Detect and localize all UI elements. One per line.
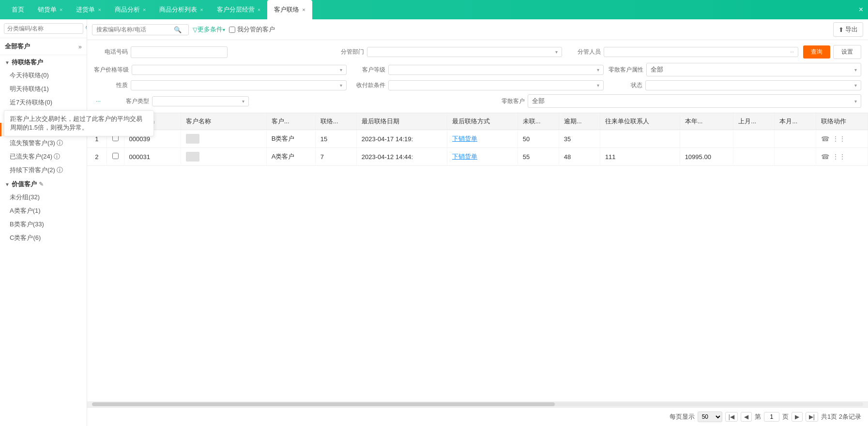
col-last-month-header: 上月... (733, 113, 775, 130)
sidebar-search-input[interactable] (4, 23, 83, 34)
filter-customer-type: 客户类型 ▾ (115, 96, 486, 106)
settings-button[interactable]: 设置 (833, 45, 861, 59)
row-last-month (733, 130, 775, 148)
last-page-button[interactable]: ▶| (806, 412, 818, 422)
per-page-select[interactable]: 50 10 20 100 (698, 411, 722, 422)
filter-gender: 性质 ▾ (94, 80, 347, 90)
horizontal-scrollbar[interactable] (87, 401, 868, 407)
my-customers-checkbox-wrap[interactable]: 我分管的客户 (229, 25, 275, 34)
contact-icon[interactable]: ☎ (821, 153, 829, 161)
customer-type-select[interactable]: ▾ (152, 96, 249, 106)
search-input[interactable] (96, 26, 174, 33)
close-icon[interactable]: × (200, 7, 203, 13)
price-level-select[interactable]: ▾ (132, 65, 347, 75)
sidebar-item-today[interactable]: 今天待联络(0) (0, 69, 87, 82)
nav-tab-product-list[interactable]: 商品分析列表 × (152, 0, 210, 19)
search-icon[interactable]: 🔍 (174, 26, 182, 33)
sidebar-item-c-class[interactable]: C类客户(6) (0, 231, 87, 245)
sidebar-item-tomorrow[interactable]: 明天待联络(1) (0, 82, 87, 96)
manager-select[interactable]: ··· (604, 47, 798, 57)
more-action-icon[interactable]: ⋮⋮ (832, 153, 846, 161)
sidebar-item-continuous-down[interactable]: 持续下滑客户(2) ⓘ (0, 163, 87, 177)
retail-customer-select[interactable]: 全部 ▾ (528, 94, 862, 108)
sidebar-item-lost-preview[interactable]: 流失预警客户(3) ⓘ (0, 136, 87, 150)
close-icon[interactable]: × (60, 7, 62, 13)
row-contact-count: 15 (315, 130, 356, 148)
row-this-month (775, 130, 816, 148)
nav-tab-customer-contact[interactable]: 客户联络 × (267, 0, 312, 19)
action-icons: ☎ ⋮⋮ (821, 135, 863, 143)
sidebar-item-a-class[interactable]: A类客户(1) (0, 204, 87, 218)
my-customers-checkbox[interactable] (229, 27, 235, 33)
filter-actions: 查询 设置 (803, 45, 861, 59)
nav-tab-sales[interactable]: 销货单 × (31, 0, 69, 19)
more-conditions-button[interactable]: ▽ 更多条件 ▾ (193, 25, 225, 34)
close-icon[interactable]: × (143, 7, 146, 13)
first-page-button[interactable]: |◀ (725, 412, 738, 422)
row-num: 2 (87, 148, 107, 166)
close-icon[interactable]: × (302, 7, 305, 13)
prev-page-button[interactable]: ◀ (741, 412, 752, 422)
row-checkbox[interactable] (112, 153, 119, 159)
close-icon[interactable]: × (258, 7, 260, 13)
last-contact-method-link[interactable]: 下销货单 (452, 135, 477, 142)
scrollbar-thumb (92, 402, 555, 406)
row-last-contact-method: 下销货单 (447, 130, 518, 148)
col-uncontact-header: 未联... (518, 113, 559, 130)
page-input[interactable] (764, 412, 779, 422)
retail-attr-select[interactable]: 全部 ▾ (646, 63, 861, 76)
more-dots-button[interactable]: ··· (96, 98, 101, 104)
row-customer-type: A类客户 (266, 148, 315, 166)
nav-tab-customer-tier[interactable]: 客户分层经营 × (210, 0, 267, 19)
sidebar-item-b-class[interactable]: B类客户(33) (0, 218, 87, 231)
dept-select[interactable]: ▾ (367, 47, 562, 57)
edit-icon[interactable]: ✎ (39, 181, 44, 188)
nav-tab-home[interactable]: 首页 (5, 0, 31, 19)
row-last-month (733, 148, 775, 166)
nav-tab-purchase[interactable]: 进货单 × (69, 0, 107, 19)
status-select[interactable]: ▾ (645, 80, 861, 90)
sidebar-item-7days[interactable]: 近7天待联络(0) (0, 96, 87, 109)
page-label: 第 (755, 412, 761, 421)
nav-tab-product-analysis[interactable]: 商品分析 × (108, 0, 152, 19)
content-area: 🔍 ▽ 更多条件 ▾ 我分管的客户 ⬆ 导出 电话号码 (87, 19, 868, 426)
close-icon[interactable]: × (98, 7, 101, 13)
row-this-year: 10995.00 (680, 148, 733, 166)
next-page-button[interactable]: ▶ (792, 412, 803, 422)
chevron-down-icon: ▾ (555, 49, 558, 55)
chevron-down-icon: ▾ (223, 27, 225, 32)
export-icon: ⬆ (838, 26, 844, 33)
export-button[interactable]: ⬆ 导出 (833, 22, 863, 37)
price-level-label: 客户价格等级 (94, 66, 129, 74)
last-contact-method-link[interactable]: 下销货单 (452, 153, 477, 160)
phone-input[interactable] (131, 46, 228, 58)
more-action-icon[interactable]: ⋮⋮ (832, 135, 846, 143)
payment-label: 收付款条件 (351, 81, 385, 89)
gender-select[interactable]: ▾ (131, 80, 347, 90)
filter-row-3: 性质 ▾ 收付款条件 ▾ 状态 (94, 80, 861, 90)
filter-row-4: ··· 客户类型 ▾ 零散客户 全部 ▾ (94, 94, 861, 108)
sidebar-pending-section[interactable]: ▼ 待联络客户 (0, 55, 87, 69)
filter-retail-customer: 零散客户 全部 ▾ (491, 94, 862, 108)
sidebar-value-section[interactable]: ▼ 价值客户 ✎ (0, 177, 87, 191)
contact-icon[interactable]: ☎ (821, 135, 829, 143)
filter-retail-attr: 零散客户属性 全部 ▾ (609, 63, 861, 76)
query-button[interactable]: 查询 (803, 45, 830, 59)
row-check (107, 148, 124, 166)
payment-select[interactable]: ▾ (388, 80, 604, 90)
row-name (181, 148, 267, 166)
nav-close-button[interactable]: × (859, 5, 863, 14)
filter-icon: ▽ (193, 26, 198, 33)
sidebar-item-already-lost[interactable]: 已流失客户(24) ⓘ (0, 150, 87, 163)
phone-label: 电话号码 (94, 48, 128, 56)
filter-payment: 收付款条件 ▾ (351, 80, 604, 90)
toolbar: 🔍 ▽ 更多条件 ▾ 我分管的客户 ⬆ 导出 (87, 19, 868, 40)
chevron-down-icon: ▾ (854, 67, 857, 73)
col-this-month-header: 本月... (775, 113, 816, 130)
status-label: 状态 (609, 81, 642, 89)
row-code: 000031 (124, 148, 181, 166)
filter-area: 电话号码 分管部门 ▾ 分管人员 ··· (87, 40, 868, 113)
sidebar-collapse-button[interactable]: » (78, 43, 82, 50)
sidebar-item-ungrouped[interactable]: 未分组(32) (0, 191, 87, 204)
customer-level-select[interactable]: ▾ (388, 65, 604, 75)
